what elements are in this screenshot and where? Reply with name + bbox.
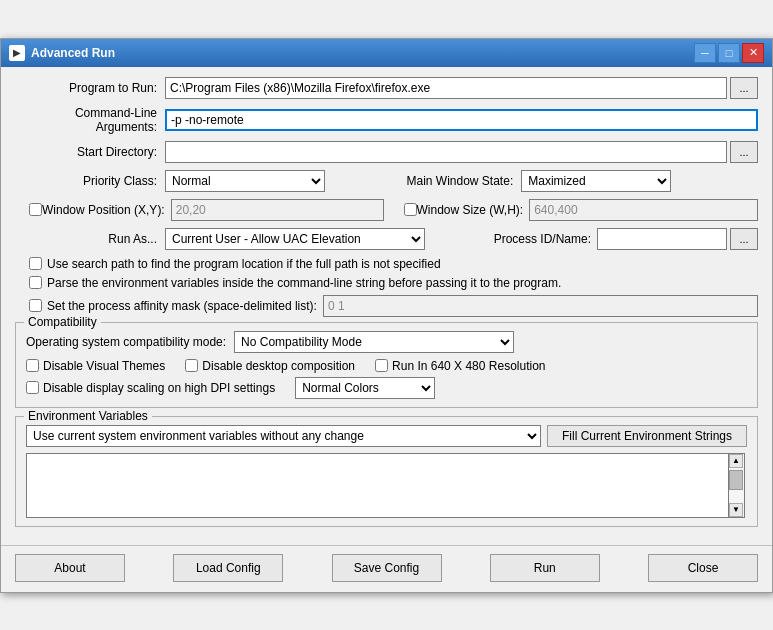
program-to-run-row: Program to Run: ...	[15, 77, 758, 99]
runas-half: Run As... Current User - Allow UAC Eleva…	[15, 228, 484, 250]
start-dir-row: Start Directory: ...	[15, 141, 758, 163]
run-640-checkbox[interactable]	[375, 359, 388, 372]
start-dir-browse-button[interactable]: ...	[730, 141, 758, 163]
scrollbar-up-arrow[interactable]: ▲	[729, 454, 743, 468]
compat-check-row2: Disable display scaling on high DPI sett…	[26, 377, 747, 399]
env-textarea-wrap: ▲ ▼	[26, 453, 747, 518]
env-textarea[interactable]	[26, 453, 729, 518]
disable-composition-wrap: Disable desktop composition	[185, 359, 355, 373]
run-640-wrap: Run In 640 X 480 Resolution	[375, 359, 545, 373]
restore-button[interactable]: □	[718, 43, 740, 63]
compatibility-section: Compatibility Operating system compatibi…	[15, 322, 758, 408]
window-position-checkbox[interactable]	[29, 203, 42, 216]
disable-composition-checkbox[interactable]	[185, 359, 198, 372]
process-id-half: Process ID/Name: ...	[484, 228, 758, 250]
disable-dpi-label: Disable display scaling on high DPI sett…	[43, 381, 275, 395]
environment-section: Environment Variables Use current system…	[15, 416, 758, 527]
scrollbar-down-arrow[interactable]: ▼	[729, 503, 743, 517]
affinity-label: Set the process affinity mask (space-del…	[47, 299, 317, 313]
start-dir-label: Start Directory:	[15, 145, 165, 159]
priority-half: Priority Class: Normal Idle Below Normal…	[15, 170, 387, 192]
close-button[interactable]: Close	[648, 554, 758, 582]
program-browse-button[interactable]: ...	[730, 77, 758, 99]
minimize-button[interactable]: ─	[694, 43, 716, 63]
search-path-checkbox[interactable]	[29, 257, 42, 270]
cmdline-args-row: Command-Line Arguments:	[15, 106, 758, 134]
advanced-run-window: ▶ Advanced Run ─ □ ✕ Program to Run: ...…	[0, 38, 773, 593]
os-compat-label: Operating system compatibility mode:	[26, 335, 226, 349]
os-compat-row: Operating system compatibility mode: No …	[26, 331, 747, 353]
compat-check-row1: Disable Visual Themes Disable desktop co…	[26, 359, 747, 373]
priority-window-row: Priority Class: Normal Idle Below Normal…	[15, 170, 758, 192]
load-config-button[interactable]: Load Config	[173, 554, 283, 582]
search-path-row: Use search path to find the program loca…	[15, 257, 758, 271]
cmdline-args-input[interactable]	[165, 109, 758, 131]
program-to-run-label: Program to Run:	[15, 81, 165, 95]
disable-themes-label: Disable Visual Themes	[43, 359, 165, 373]
environment-title: Environment Variables	[24, 409, 152, 423]
os-compat-select[interactable]: No Compatibility Mode Windows XP (SP2) W…	[234, 331, 514, 353]
env-vars-row: Use current system environment variables…	[26, 425, 747, 447]
position-size-row: Window Position (X,Y): Window Size (W,H)…	[15, 199, 758, 221]
search-path-label: Use search path to find the program loca…	[47, 257, 441, 271]
runas-label: Run As...	[15, 232, 165, 246]
window-size-checkbox[interactable]	[404, 203, 417, 216]
env-vars-select[interactable]: Use current system environment variables…	[26, 425, 541, 447]
close-window-button[interactable]: ✕	[742, 43, 764, 63]
program-to-run-input[interactable]	[165, 77, 727, 99]
fill-env-button[interactable]: Fill Current Environment Strings	[547, 425, 747, 447]
title-bar-left: ▶ Advanced Run	[9, 45, 115, 61]
window-position-input[interactable]	[171, 199, 384, 221]
position-half: Window Position (X,Y):	[15, 199, 384, 221]
compatibility-title: Compatibility	[24, 315, 101, 329]
runas-process-row: Run As... Current User - Allow UAC Eleva…	[15, 228, 758, 250]
window-icon: ▶	[9, 45, 25, 61]
affinity-checkbox[interactable]	[29, 299, 42, 312]
disable-composition-label: Disable desktop composition	[202, 359, 355, 373]
window-size-input[interactable]	[529, 199, 758, 221]
footer: About Load Config Save Config Run Close	[1, 545, 772, 592]
affinity-input[interactable]	[323, 295, 758, 317]
main-window-label: Main Window State:	[387, 174, 522, 188]
runas-select[interactable]: Current User - Allow UAC Elevation Curre…	[165, 228, 425, 250]
priority-label: Priority Class:	[15, 174, 165, 188]
process-id-input[interactable]	[597, 228, 727, 250]
disable-themes-wrap: Disable Visual Themes	[26, 359, 165, 373]
disable-dpi-checkbox[interactable]	[26, 381, 39, 394]
size-half: Window Size (W,H):	[384, 199, 759, 221]
run-640-label: Run In 640 X 480 Resolution	[392, 359, 545, 373]
run-button[interactable]: Run	[490, 554, 600, 582]
env-scrollbar: ▲ ▼	[729, 453, 745, 518]
cmdline-args-label: Command-Line Arguments:	[15, 106, 165, 134]
window-size-label: Window Size (W,H):	[417, 203, 524, 217]
parse-env-checkbox[interactable]	[29, 276, 42, 289]
title-bar: ▶ Advanced Run ─ □ ✕	[1, 39, 772, 67]
main-content: Program to Run: ... Command-Line Argumen…	[1, 67, 772, 545]
priority-select[interactable]: Normal Idle Below Normal Above Normal Hi…	[165, 170, 325, 192]
main-window-select[interactable]: Maximized Normal Minimized Hidden	[521, 170, 671, 192]
start-dir-input[interactable]	[165, 141, 727, 163]
disable-dpi-wrap: Disable display scaling on high DPI sett…	[26, 381, 275, 395]
about-button[interactable]: About	[15, 554, 125, 582]
disable-themes-checkbox[interactable]	[26, 359, 39, 372]
window-title: Advanced Run	[31, 46, 115, 60]
title-buttons: ─ □ ✕	[694, 43, 764, 63]
affinity-row: Set the process affinity mask (space-del…	[15, 295, 758, 317]
save-config-button[interactable]: Save Config	[332, 554, 442, 582]
normal-colors-select[interactable]: Normal Colors 256 Colors 8-bit (256) Col…	[295, 377, 435, 399]
scrollbar-thumb[interactable]	[729, 470, 743, 490]
window-position-label: Window Position (X,Y):	[42, 203, 165, 217]
process-id-label: Process ID/Name:	[494, 232, 591, 246]
main-window-half: Main Window State: Maximized Normal Mini…	[387, 170, 759, 192]
parse-env-row: Parse the environment variables inside t…	[15, 276, 758, 290]
process-browse-button[interactable]: ...	[730, 228, 758, 250]
parse-env-label: Parse the environment variables inside t…	[47, 276, 561, 290]
